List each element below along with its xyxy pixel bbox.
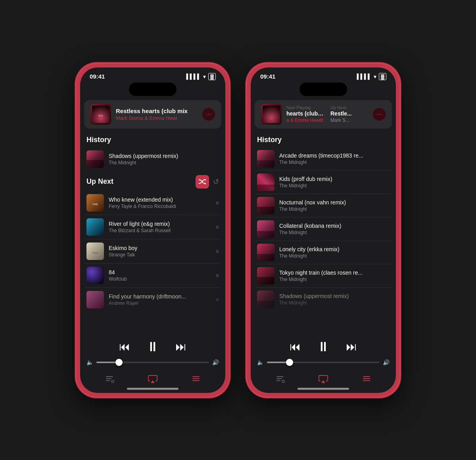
svg-rect-16 (192, 376, 200, 377)
track-title: Shadows (uppermost remix) (109, 153, 219, 159)
track-art (257, 291, 274, 308)
shuffle-button[interactable] (196, 175, 209, 189)
svg-rect-36 (276, 380, 280, 381)
time-right: 09:41 (260, 73, 275, 80)
now-playing-bar-right[interactable]: Now Playing hearts (club mix) a & Emma H… (255, 100, 392, 129)
now-playing-bar-left[interactable]: RH Restless hearts (club mix Mark Sixma … (84, 100, 221, 129)
track-title: 84 (109, 269, 211, 275)
track-artist: The Midnight (279, 230, 390, 235)
list-item[interactable]: Collateral (kobana remix) The Midnight (255, 217, 392, 241)
forward-button-left[interactable]: ⏭ (175, 340, 186, 353)
svg-marker-38 (321, 380, 325, 383)
volume-track-left[interactable] (96, 362, 209, 363)
airplay-button-right[interactable] (319, 374, 328, 384)
svg-rect-10 (86, 291, 104, 308)
list-item[interactable]: Shadows (uppermost remix) The Midnight (255, 288, 392, 311)
svg-rect-39 (363, 376, 370, 377)
track-title: Who knew (extended mix) (109, 196, 211, 203)
bottom-nav-right (251, 370, 396, 386)
list-item[interactable]: Lonely city (erkka remix) The Midnight (255, 241, 392, 264)
drag-handle[interactable]: ≡ (216, 200, 219, 206)
status-bar-right: 09:41 ▌▌▌▌ ▾ ▓ (251, 67, 396, 83)
bottom-nav-left (80, 370, 225, 386)
history-list-right: Arcade dreams (timecop1983 re... The Mid… (255, 147, 392, 311)
drag-handle[interactable]: ≡ (216, 296, 219, 303)
pause-button-right[interactable]: ⏸ (317, 339, 330, 354)
drag-handle[interactable]: ≡ (216, 248, 219, 254)
lyrics-button-right[interactable] (275, 374, 285, 384)
svg-rect-34 (276, 376, 284, 377)
list-item[interactable]: Tokyo night train (claes rosen re... The… (255, 264, 392, 288)
rewind-button-right[interactable]: ⏮ (290, 340, 301, 353)
volume-thumb-right[interactable] (286, 359, 293, 366)
svg-rect-7 (86, 243, 104, 260)
np-dual-info: Now Playing hearts (club mix) a & Emma H… (286, 105, 368, 123)
list-item[interactable]: FAB Who knew (extended mix) Ferry Tayle … (84, 191, 221, 215)
player-controls-right: ⏮ ⏸ ⏭ (251, 333, 396, 358)
track-title: Find your harmony (driftmoon... (109, 293, 211, 300)
svg-rect-35 (276, 378, 282, 379)
svg-marker-15 (151, 380, 155, 383)
volume-thumb-left[interactable] (115, 359, 123, 366)
svg-rect-27 (257, 231, 274, 238)
volume-track-right[interactable] (267, 362, 380, 363)
track-art (257, 197, 274, 214)
drag-handle[interactable]: ≡ (216, 272, 219, 279)
svg-text:FAB: FAB (92, 203, 98, 206)
forward-button-right[interactable]: ⏭ (346, 340, 357, 353)
up-next-header-left: Up Next ↺ (84, 171, 221, 191)
right-screen: 09:41 ▌▌▌▌ ▾ ▓ (251, 67, 396, 393)
list-item[interactable]: TALK Eskimo boy Strange Talk ≡ (84, 239, 221, 264)
track-info: Shadows (uppermost remix) The Midnight (109, 153, 219, 166)
track-art (257, 150, 274, 167)
np-more-btn-right[interactable]: ··· (373, 108, 386, 121)
lyrics-button-left[interactable] (105, 374, 114, 384)
track-art (257, 267, 274, 285)
airplay-button-left[interactable] (148, 374, 157, 384)
list-item[interactable]: Kids (proff dub remix) The Midnight (255, 171, 392, 194)
track-title: Lonely city (erkka remix) (279, 246, 390, 252)
track-title: Tokyo night train (claes rosen re... (279, 269, 390, 276)
list-item[interactable]: 84 Wolfclub ≡ (84, 264, 221, 288)
status-bar-left: 09:41 ▌▌▌▌ ▾ ▓ (80, 67, 225, 83)
right-phone: 09:41 ▌▌▌▌ ▾ ▓ (246, 63, 401, 398)
signal-icon: ▌▌▌▌ (186, 73, 201, 79)
svg-rect-9 (86, 267, 104, 284)
list-item[interactable]: Find your harmony (driftmoon... Andrew R… (84, 288, 221, 312)
track-info: 84 Wolfclub (109, 269, 211, 282)
queue-button-left[interactable] (191, 374, 201, 384)
np-current-title: hearts (club mix) (286, 110, 324, 117)
track-artist: Andrew Rayel (109, 300, 211, 306)
list-item[interactable]: Shadows (uppermost remix) The Midnight (84, 147, 221, 171)
svg-rect-21 (257, 160, 274, 167)
np-next-title: Restle... (330, 110, 368, 117)
svg-rect-25 (257, 207, 274, 214)
list-item[interactable]: Arcade dreams (timecop1983 re... The Mid… (255, 147, 392, 171)
track-info: Collateral (kobana remix) The Midnight (279, 223, 390, 235)
track-info: Eskimo boy Strange Talk (109, 245, 211, 258)
list-item[interactable]: Nocturnal (nox vahn remix) The Midnight (255, 194, 392, 217)
track-title: Eskimo boy (109, 245, 211, 251)
battery-icon: ▓ (379, 73, 386, 80)
queue-list-left: FAB Who knew (extended mix) Ferry Tayle … (84, 191, 221, 312)
queue-button-right[interactable] (362, 374, 371, 384)
np-more-btn-left[interactable]: ··· (202, 108, 215, 121)
pause-button-left[interactable]: ⏸ (146, 339, 159, 354)
list-item[interactable]: River of light (e&g remix) The Blizzard … (84, 215, 221, 239)
battery-icon: ▓ (208, 73, 216, 80)
rewind-button-left[interactable]: ⏮ (119, 340, 130, 353)
status-icons-right: ▌▌▌▌ ▾ ▓ (357, 73, 386, 80)
volume-bar-right: 🔈 🔊 (251, 358, 396, 370)
signal-icon: ▌▌▌▌ (357, 73, 371, 79)
track-art (86, 218, 104, 236)
drag-handle[interactable]: ≡ (216, 224, 219, 230)
np-next-item: Up Next Restle... Mark S... (330, 105, 368, 123)
svg-point-14 (111, 380, 114, 383)
svg-rect-31 (257, 277, 274, 285)
track-art (86, 150, 104, 168)
np-title-left: Restless hearts (club mix (116, 108, 198, 114)
phones-container: 09:41 ▌▌▌▌ ▾ ▓ RH (75, 63, 401, 398)
wifi-icon: ▾ (203, 73, 206, 80)
repeat-button[interactable]: ↺ (213, 177, 219, 186)
svg-point-37 (282, 380, 284, 383)
